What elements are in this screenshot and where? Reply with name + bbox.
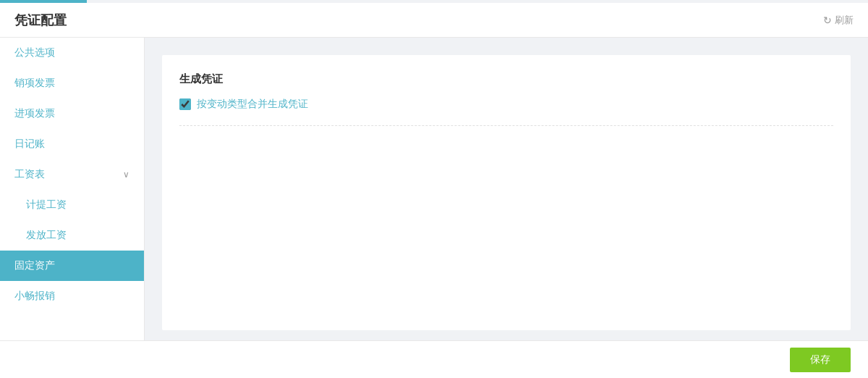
sidebar-item-label: 小畅报销 xyxy=(14,290,55,303)
content-area: 生成凭证 按变动类型合并生成凭证 xyxy=(145,38,868,340)
sidebar-item-label: 发放工资 xyxy=(26,229,67,242)
sidebar-item-label: 进项发票 xyxy=(14,107,55,120)
sidebar-item-sales-invoice[interactable]: 销项发票 xyxy=(0,68,144,98)
sidebar-item-payroll[interactable]: 工资表∨ xyxy=(0,159,144,190)
merge-checkbox[interactable] xyxy=(179,98,191,110)
sidebar-item-fixed-assets[interactable]: 固定资产 xyxy=(0,251,144,281)
save-button[interactable]: 保存 xyxy=(790,348,851,372)
checkbox-row: 按变动类型合并生成凭证 xyxy=(179,98,833,111)
content-card: 生成凭证 按变动类型合并生成凭证 xyxy=(162,55,851,330)
sidebar-item-pay-salary[interactable]: 发放工资 xyxy=(0,220,144,251)
sidebar-item-journal[interactable]: 日记账 xyxy=(0,129,144,159)
refresh-button[interactable]: ↻ 刷新 xyxy=(823,14,854,27)
page-header: 凭证配置 ↻ 刷新 xyxy=(0,3,868,38)
chevron-down-icon: ∨ xyxy=(123,169,129,180)
sidebar-item-purchase-invoice[interactable]: 进项发票 xyxy=(0,98,144,129)
page-title: 凭证配置 xyxy=(14,12,67,29)
sidebar-item-public-options[interactable]: 公共选项 xyxy=(0,38,144,68)
sidebar-item-label: 固定资产 xyxy=(14,259,55,272)
merge-checkbox-label[interactable]: 按变动类型合并生成凭证 xyxy=(197,98,308,111)
sidebar-item-label: 计提工资 xyxy=(26,198,67,211)
sidebar-item-label: 销项发票 xyxy=(14,77,55,90)
refresh-label: 刷新 xyxy=(835,14,854,27)
main-layout: 公共选项销项发票进项发票日记账工资表∨计提工资发放工资固定资产小畅报销 生成凭证… xyxy=(0,38,868,340)
refresh-icon: ↻ xyxy=(823,14,832,26)
section-divider xyxy=(179,125,833,126)
sidebar-item-label: 公共选项 xyxy=(14,46,55,59)
sidebar-item-accrual-salary[interactable]: 计提工资 xyxy=(0,190,144,220)
page-footer: 保存 xyxy=(0,340,868,378)
sidebar-item-label: 日记账 xyxy=(14,138,45,151)
sidebar-item-expense-report[interactable]: 小畅报销 xyxy=(0,281,144,311)
sidebar-item-label: 工资表 xyxy=(14,168,45,181)
section-title: 生成凭证 xyxy=(179,72,833,86)
sidebar: 公共选项销项发票进项发票日记账工资表∨计提工资发放工资固定资产小畅报销 xyxy=(0,38,145,340)
